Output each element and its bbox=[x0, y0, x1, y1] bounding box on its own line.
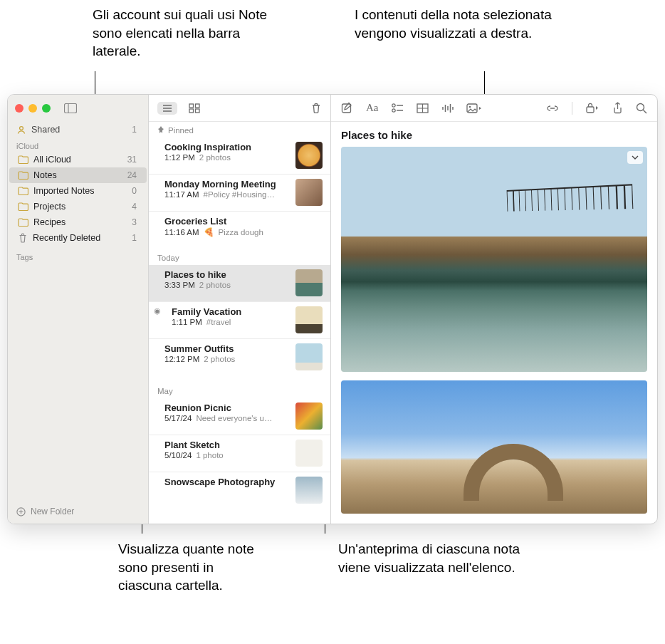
folder-icon bbox=[18, 187, 28, 195]
note-title: Reunion Picnic bbox=[164, 402, 288, 413]
note-time: 3:33 PM bbox=[164, 281, 195, 289]
note-title: Places to hike bbox=[164, 269, 288, 280]
sidebar: Shared 1 iCloud All iCloud 31 Notes 24 I… bbox=[8, 95, 149, 524]
zoom-window-button[interactable] bbox=[42, 104, 51, 113]
checklist-button[interactable] bbox=[392, 103, 404, 113]
note-attachment-photo-2[interactable] bbox=[341, 380, 647, 514]
sidebar-tags-label: Tags bbox=[8, 250, 148, 263]
callout-preview: Un'anteprima di ciascuna nota viene visu… bbox=[338, 540, 538, 576]
sidebar-folder-notes[interactable]: Notes 24 bbox=[9, 167, 147, 183]
folder-count: 31 bbox=[127, 155, 140, 165]
sidebar-folder-projects[interactable]: Projects 4 bbox=[9, 199, 147, 214]
close-window-button[interactable] bbox=[15, 104, 23, 113]
callout-accounts: Gli account sui quali usi Note sono elen… bbox=[93, 6, 285, 61]
note-subtitle: Pizza dough bbox=[219, 228, 263, 237]
note-item-cooking[interactable]: Cooking Inspiration 1:12 PM2 photos bbox=[149, 137, 330, 175]
folder-name: Imported Notes bbox=[33, 186, 94, 196]
svg-rect-13 bbox=[196, 109, 200, 113]
section-may: May bbox=[149, 383, 330, 398]
note-title: Monday Morning Meeting bbox=[164, 179, 288, 189]
section-pinned: Pinned bbox=[149, 122, 330, 137]
note-title: Plant Sketch bbox=[164, 440, 288, 450]
callout-counts: Visualizza quante note sono presenti in … bbox=[118, 540, 268, 595]
folder-count: 24 bbox=[127, 170, 140, 180]
note-thumbnail bbox=[295, 440, 323, 467]
svg-point-28 bbox=[468, 105, 471, 108]
media-button[interactable] bbox=[466, 103, 482, 113]
note-subtitle: 1 photo bbox=[196, 451, 223, 459]
pizza-emoji-icon: 🍕 bbox=[204, 227, 214, 237]
view-grid-button[interactable] bbox=[189, 103, 200, 113]
note-detail-title: Places to hike bbox=[331, 122, 657, 147]
sidebar-folder-all-icloud[interactable]: All iCloud 31 bbox=[9, 152, 147, 167]
compose-button[interactable] bbox=[341, 102, 353, 114]
note-subtitle: Need everyone's u… bbox=[196, 414, 272, 422]
lock-button[interactable] bbox=[585, 103, 599, 113]
toolbar-separator bbox=[572, 102, 572, 115]
section-may-label: May bbox=[157, 387, 173, 395]
detail-toolbar: Aa bbox=[331, 95, 657, 122]
note-item-groceries[interactable]: Groceries List 11:16 AM🍕Pizza dough bbox=[149, 212, 330, 242]
note-thumbnail bbox=[295, 269, 323, 296]
note-thumbnail bbox=[295, 142, 323, 169]
svg-point-17 bbox=[392, 108, 394, 111]
note-time: 11:16 AM bbox=[164, 228, 199, 237]
format-button[interactable]: Aa bbox=[366, 102, 379, 114]
traffic-lights[interactable] bbox=[15, 104, 51, 113]
chevron-down-icon bbox=[632, 155, 639, 160]
toggle-sidebar-icon[interactable] bbox=[64, 103, 77, 113]
folder-name: Projects bbox=[33, 202, 66, 212]
sidebar-account-label: iCloud bbox=[8, 139, 148, 152]
svg-point-2 bbox=[20, 127, 23, 130]
note-attachment-photo-1[interactable] bbox=[341, 147, 647, 372]
section-today-label: Today bbox=[157, 254, 179, 262]
notes-window: Shared 1 iCloud All iCloud 31 Notes 24 I… bbox=[7, 94, 658, 524]
window-controls bbox=[8, 95, 148, 122]
delete-note-button[interactable] bbox=[310, 103, 322, 114]
pin-icon bbox=[157, 126, 164, 135]
sidebar-shared-count: 1 bbox=[132, 125, 140, 135]
share-button[interactable] bbox=[612, 102, 623, 114]
new-folder-button[interactable]: New Folder bbox=[8, 499, 148, 524]
note-thumbnail bbox=[295, 179, 323, 206]
note-detail-body[interactable] bbox=[331, 147, 657, 524]
note-item-plant-sketch[interactable]: Plant Sketch 5/10/241 photo bbox=[149, 435, 330, 472]
note-subtitle: 2 photos bbox=[199, 153, 231, 162]
audio-button[interactable] bbox=[441, 103, 454, 113]
sidebar-shared[interactable]: Shared 1 bbox=[8, 122, 148, 139]
svg-rect-11 bbox=[196, 104, 200, 108]
note-item-snowscape[interactable]: Snowscape Photography bbox=[149, 472, 330, 509]
svg-point-30 bbox=[637, 103, 644, 110]
note-title: Family Vacation bbox=[172, 306, 288, 317]
sidebar-folder-recipes[interactable]: Recipes 3 bbox=[9, 214, 147, 230]
attachment-expand-button[interactable] bbox=[627, 151, 643, 164]
folder-count: 3 bbox=[132, 217, 140, 227]
minimize-window-button[interactable] bbox=[28, 104, 37, 113]
note-time: 1:11 PM bbox=[172, 318, 202, 326]
note-item-family-vacation[interactable]: ◉ Family Vacation 1:11 PM#travel bbox=[149, 302, 330, 339]
sidebar-folder-recently-deleted[interactable]: Recently Deleted 1 bbox=[9, 230, 147, 246]
folder-icon bbox=[18, 202, 28, 211]
link-button[interactable] bbox=[546, 103, 559, 113]
table-button[interactable] bbox=[417, 103, 429, 113]
callout-detail: I contenuti della nota selezionata vengo… bbox=[355, 6, 554, 42]
shared-icon bbox=[16, 125, 26, 135]
folder-name: Recently Deleted bbox=[33, 233, 100, 243]
note-detail: Aa bbox=[331, 95, 657, 524]
plus-circle-icon bbox=[16, 507, 26, 516]
note-item-reunion-picnic[interactable]: Reunion Picnic 5/17/24Need everyone's u… bbox=[149, 398, 330, 435]
note-item-meeting[interactable]: Monday Morning Meeting 11:17 AM#Policy #… bbox=[149, 175, 330, 212]
search-button[interactable] bbox=[636, 103, 647, 114]
folder-name: Recipes bbox=[33, 217, 66, 227]
section-pinned-label: Pinned bbox=[168, 126, 194, 135]
note-title: Snowscape Photography bbox=[164, 477, 288, 487]
svg-rect-12 bbox=[189, 109, 194, 113]
sidebar-folder-imported[interactable]: Imported Notes 0 bbox=[9, 183, 147, 199]
note-item-places-to-hike[interactable]: Places to hike 3:33 PM2 photos bbox=[149, 265, 330, 302]
svg-point-15 bbox=[392, 103, 394, 106]
note-item-summer-outfits[interactable]: Summer Outfits 12:12 PM2 photos bbox=[149, 339, 330, 375]
folder-icon bbox=[18, 155, 28, 164]
new-folder-label: New Folder bbox=[31, 507, 74, 516]
view-list-button[interactable] bbox=[157, 102, 177, 115]
folder-name: Notes bbox=[33, 170, 57, 180]
